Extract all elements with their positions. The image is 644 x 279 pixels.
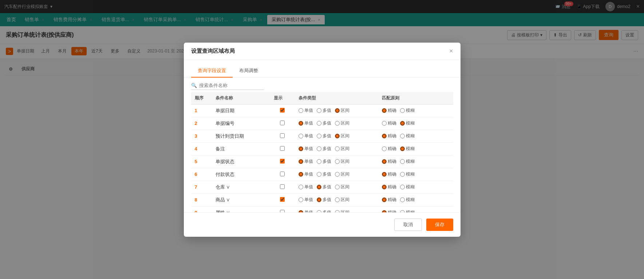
match-radio[interactable] bbox=[382, 146, 387, 151]
search-input[interactable] bbox=[199, 83, 261, 88]
type-radio[interactable] bbox=[335, 121, 340, 126]
type-radio-item[interactable]: 单值 bbox=[299, 146, 313, 152]
type-radio-item[interactable]: 区间 bbox=[335, 184, 349, 190]
match-radio[interactable] bbox=[382, 121, 387, 126]
type-radio[interactable] bbox=[317, 146, 321, 151]
match-radio-item[interactable]: 精确 bbox=[382, 197, 396, 203]
type-radio[interactable] bbox=[299, 197, 303, 202]
match-radio[interactable] bbox=[382, 197, 387, 202]
type-radio[interactable] bbox=[299, 159, 303, 164]
type-radio-item[interactable]: 单值 bbox=[299, 107, 313, 114]
type-radio-item[interactable]: 区间 bbox=[335, 120, 349, 126]
match-radio-item[interactable]: 模糊 bbox=[400, 209, 415, 212]
type-radio[interactable] bbox=[299, 185, 303, 189]
type-radio-item[interactable]: 多值 bbox=[317, 158, 331, 165]
show-checkbox[interactable] bbox=[280, 172, 285, 176]
type-radio[interactable] bbox=[335, 172, 340, 177]
match-radio[interactable] bbox=[382, 172, 387, 177]
type-radio-item[interactable]: 多值 bbox=[317, 120, 331, 126]
match-radio[interactable] bbox=[400, 172, 405, 177]
match-radio-item[interactable]: 精确 bbox=[382, 158, 396, 165]
show-checkbox[interactable] bbox=[280, 159, 285, 164]
match-radio[interactable] bbox=[382, 108, 387, 113]
type-radio-item[interactable]: 区间 bbox=[335, 171, 349, 177]
type-radio-item[interactable]: 多值 bbox=[317, 209, 331, 212]
type-radio-item[interactable]: 区间 bbox=[335, 197, 349, 203]
show-checkbox[interactable] bbox=[280, 121, 285, 125]
match-radio-item[interactable]: 模糊 bbox=[400, 107, 415, 114]
match-radio-item[interactable]: 精确 bbox=[382, 133, 396, 139]
match-radio[interactable] bbox=[400, 108, 405, 113]
type-radio[interactable] bbox=[317, 185, 321, 189]
match-radio-item[interactable]: 模糊 bbox=[400, 184, 415, 190]
match-radio[interactable] bbox=[400, 197, 405, 202]
match-radio[interactable] bbox=[400, 185, 405, 189]
type-radio[interactable] bbox=[335, 185, 340, 189]
type-radio-item[interactable]: 区间 bbox=[335, 158, 349, 165]
type-radio-item[interactable]: 单值 bbox=[299, 171, 313, 177]
type-radio[interactable] bbox=[335, 159, 340, 164]
save-button[interactable]: 保存 bbox=[426, 219, 453, 231]
type-radio[interactable] bbox=[299, 134, 303, 138]
match-radio[interactable] bbox=[382, 159, 387, 164]
type-radio[interactable] bbox=[299, 146, 303, 151]
type-radio[interactable] bbox=[335, 197, 340, 202]
match-radio[interactable] bbox=[400, 134, 405, 138]
show-checkbox[interactable] bbox=[280, 210, 285, 212]
type-radio[interactable] bbox=[317, 108, 321, 113]
type-radio[interactable] bbox=[299, 108, 303, 113]
type-radio-item[interactable]: 单值 bbox=[299, 197, 313, 203]
type-radio[interactable] bbox=[335, 108, 340, 113]
type-radio-item[interactable]: 多值 bbox=[317, 184, 331, 190]
type-radio-item[interactable]: 多值 bbox=[317, 107, 331, 114]
match-radio-item[interactable]: 精确 bbox=[382, 146, 396, 152]
match-radio-item[interactable]: 模糊 bbox=[400, 146, 415, 152]
type-radio-item[interactable]: 单值 bbox=[299, 133, 313, 139]
match-radio[interactable] bbox=[382, 185, 387, 189]
match-radio-item[interactable]: 模糊 bbox=[400, 158, 415, 165]
type-radio[interactable] bbox=[317, 197, 321, 202]
type-radio-item[interactable]: 单值 bbox=[299, 120, 313, 126]
cancel-button[interactable]: 取消 bbox=[394, 219, 422, 231]
type-radio-item[interactable]: 单值 bbox=[299, 184, 313, 190]
dialog-tab-query-fields[interactable]: 查询字段设置 bbox=[191, 64, 233, 78]
type-radio[interactable] bbox=[317, 159, 321, 164]
type-radio-item[interactable]: 区间 bbox=[335, 107, 349, 114]
show-checkbox[interactable] bbox=[280, 184, 285, 189]
show-checkbox[interactable] bbox=[280, 146, 285, 151]
match-radio[interactable] bbox=[400, 121, 405, 126]
match-radio-item[interactable]: 精确 bbox=[382, 209, 396, 212]
type-radio[interactable] bbox=[299, 121, 303, 126]
match-radio-item[interactable]: 精确 bbox=[382, 171, 396, 177]
type-radio-item[interactable]: 区间 bbox=[335, 209, 349, 212]
show-checkbox[interactable] bbox=[280, 197, 285, 202]
show-checkbox[interactable] bbox=[280, 133, 285, 138]
show-checkbox[interactable] bbox=[280, 108, 285, 113]
match-radio-item[interactable]: 模糊 bbox=[400, 197, 415, 203]
match-radio-item[interactable]: 模糊 bbox=[400, 133, 415, 139]
type-radio-item[interactable]: 多值 bbox=[317, 197, 331, 203]
type-radio[interactable] bbox=[317, 121, 321, 126]
type-radio-item[interactable]: 多值 bbox=[317, 146, 331, 152]
type-radio-item[interactable]: 单值 bbox=[299, 209, 313, 212]
type-radio-item[interactable]: 多值 bbox=[317, 171, 331, 177]
dialog-close-button[interactable]: × bbox=[449, 48, 453, 54]
type-radio[interactable] bbox=[335, 146, 340, 151]
match-radio-item[interactable]: 精确 bbox=[382, 184, 396, 190]
type-radio-item[interactable]: 多值 bbox=[317, 133, 331, 139]
type-radio[interactable] bbox=[317, 134, 321, 138]
match-radio[interactable] bbox=[400, 159, 405, 164]
match-radio-item[interactable]: 精确 bbox=[382, 107, 396, 114]
type-radio[interactable] bbox=[317, 172, 321, 177]
dialog-tab-layout[interactable]: 布局调整 bbox=[233, 64, 265, 78]
type-radio[interactable] bbox=[335, 134, 340, 138]
type-radio-item[interactable]: 区间 bbox=[335, 133, 349, 139]
type-radio[interactable] bbox=[299, 172, 303, 177]
match-radio[interactable] bbox=[382, 134, 387, 138]
type-radio-item[interactable]: 单值 bbox=[299, 158, 313, 165]
type-radio-item[interactable]: 区间 bbox=[335, 146, 349, 152]
match-radio-item[interactable]: 模糊 bbox=[400, 120, 415, 126]
match-radio[interactable] bbox=[400, 146, 405, 151]
match-radio-item[interactable]: 模糊 bbox=[400, 171, 415, 177]
match-radio-item[interactable]: 精确 bbox=[382, 120, 396, 126]
